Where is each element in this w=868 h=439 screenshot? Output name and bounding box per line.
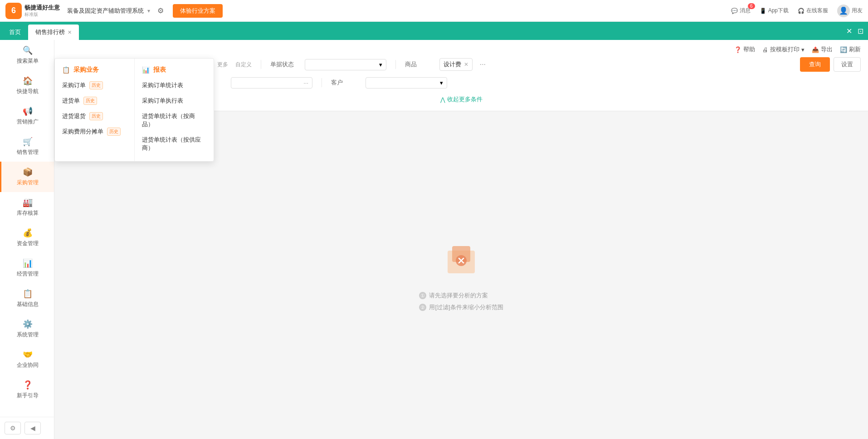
customer-label: 客户 [331,79,358,87]
tab-bar: 首页 销售排行榜 ✕ ✕ ⊡ [0,22,868,40]
purchase-biz-label: 采购业务 [73,66,99,74]
sidebar-item-sales[interactable]: 🛒 销售管理 [0,131,54,162]
guide-icon: ❓ [23,380,33,390]
reports-label: 报表 [153,66,166,74]
tip-num-2: ② [419,304,426,311]
logo-sub: 标准版 [24,11,60,17]
sidebar-item-search[interactable]: 🔍 搜索菜单 [0,40,54,70]
goods-tag: 设计费 ✕ [439,58,473,71]
sidebar-item-marketing-label: 营销推广 [17,118,39,126]
incoming-stats-supplier-label: 进货单统计表（按供应商） [142,136,207,152]
dropdown-item-purchase-expense[interactable]: 采购费用分摊单 历史 [55,124,134,139]
system-title: 装备及固定资产辅助管理系统 ▾ ⚙ 体验行业方案 [67,4,731,18]
app-download-item[interactable]: 📱 App下载 [760,7,789,15]
customer-select[interactable]: ▾ [366,77,447,89]
incoming-label: 进货单 [62,97,80,105]
logo-main: 畅捷通好生意 [24,4,60,12]
sidebar-item-enterprise[interactable]: 🤝 企业协同 [0,344,54,375]
tab-bar-actions: ✕ ⊡ [846,27,863,35]
dropdown-item-incoming[interactable]: 进货单 历史 [55,93,134,109]
sidebar-item-purchase[interactable]: 📦 采购管理 [0,162,54,192]
refresh-btn[interactable]: 🔄 刷新 [840,45,861,54]
export-icon: 📤 [812,46,819,53]
status-dropdown-icon: ▾ [379,61,382,68]
sidebar-item-sales-label: 销售管理 [17,148,39,156]
export-btn[interactable]: 📤 导出 [812,45,833,54]
main-layout: 🔍 搜索菜单 🏠 快捷导航 📢 营销推广 🛒 销售管理 📦 采购管理 🏭 库存核… [0,40,868,439]
purchase-dropdown-menu: 📋 采购业务 采购订单 历史 进货单 历史 进货退货 历史 采购费用分摊单 [54,58,214,162]
dropdown-item-incoming-stats-supplier[interactable]: 进货单统计表（按供应商） [135,132,214,156]
incoming-hist-badge: 历史 [83,97,97,105]
tip-text-1: 请先选择要分析的方案 [429,290,488,301]
message-icon-item[interactable]: 💬 消息 6 [731,7,751,15]
tab-close-icon[interactable]: ✕ [68,30,72,35]
sidebar-collapse-btn[interactable]: ◀ [24,422,41,434]
content-wrapper: 📋 采购业务 采购订单 历史 进货单 历史 进货退货 历史 采购费用分摊单 [54,40,868,439]
user-item[interactable]: 👤 用友 [837,5,863,17]
sidebar-item-system[interactable]: ⚙️ 系统管理 [0,314,54,344]
user-label: 用友 [852,7,863,15]
divider2 [395,60,396,69]
query-button[interactable]: 查询 [800,57,830,72]
operations-icon: 📊 [23,258,33,268]
enterprise-icon: 🤝 [23,350,33,360]
sidebar-bottom: ⚙ ◀ [0,417,54,439]
customer-dropdown-icon: ▾ [440,79,443,86]
trial-button[interactable]: 体验行业方案 [173,4,223,18]
dropdown-item-purchase-order[interactable]: 采购订单 历史 [55,78,134,93]
print-dropdown-icon[interactable]: ▾ [801,46,805,53]
sidebar-item-marketing[interactable]: 📢 营销推广 [0,101,54,131]
incoming-stats-goods-label: 进货单统计表（按商品） [142,112,207,128]
headset-icon: 🎧 [798,8,805,14]
sidebar-item-quick-nav[interactable]: 🏠 快捷导航 [0,70,54,101]
print-label: 按模板打印 [770,45,800,54]
tab-home[interactable]: 首页 [2,25,28,40]
message-badge: 6 [748,3,755,9]
message-icon: 💬 [731,8,738,14]
sidebar-item-base-info[interactable]: 📋 基础信息 [0,283,54,314]
empty-tip-2: ② 用[过滤]条件来缩小分析范围 [419,301,503,313]
purchase-expense-hist-badge: 历史 [107,128,121,136]
tab-sales-rank-label: 销售排行榜 [35,28,65,36]
date-custom[interactable]: 自定义 [235,61,252,69]
system-settings-icon[interactable]: ⚙ [157,6,164,15]
sales-icon: 🛒 [23,137,33,147]
collapse-button[interactable]: ⋀ 收起更多条件 [439,94,484,105]
date-more[interactable]: 更多 [217,61,228,69]
dropdown-item-return[interactable]: 进货退货 历史 [55,109,134,124]
empty-tips: ① 请先选择要分析的方案 ② 用[过滤]条件来缩小分析范围 [419,290,503,313]
purchase-icon: 📦 [23,167,33,177]
sidebar-item-guide[interactable]: ❓ 新手引导 [0,375,54,405]
sidebar-item-funds-label: 资金管理 [17,240,39,247]
settings-button[interactable]: 设置 [834,57,861,72]
sidebar-item-operations[interactable]: 📊 经营管理 [0,253,54,283]
dropdown-item-order-stats[interactable]: 采购订单统计表 [135,78,214,93]
sidebar-item-funds[interactable]: 💰 资金管理 [0,222,54,253]
dropdown-col-purchase: 📋 采购业务 采购订单 历史 进货单 历史 进货退货 历史 采购费用分摊单 [55,59,134,161]
goods-tag-close[interactable]: ✕ [464,61,468,68]
dropdown-item-order-exec[interactable]: 采购订单执行表 [135,93,214,109]
tab-sales-rank[interactable]: 销售排行榜 ✕ [28,25,79,40]
inventory-icon: 🏭 [23,197,33,207]
online-service-item[interactable]: 🎧 在线客服 [798,7,828,15]
sidebar: 🔍 搜索菜单 🏠 快捷导航 📢 营销推广 🛒 销售管理 📦 采购管理 🏭 库存核… [0,40,54,439]
dropdown-item-incoming-stats-goods[interactable]: 进货单统计表（按商品） [135,109,214,132]
sidebar-settings-btn[interactable]: ⚙ [5,422,21,434]
logo-icon: 6 [5,3,22,19]
tab-close-all-icon[interactable]: ✕ [846,27,852,35]
goods-more-dots[interactable]: ··· [480,60,486,69]
funds-icon: 💰 [23,228,33,238]
help-btn[interactable]: ❓ 帮助 [734,45,755,54]
status-select[interactable]: ▾ [305,59,386,70]
salesperson-more-dots[interactable]: ··· [303,79,308,86]
collapse-icon: ⋀ [440,96,445,103]
salesperson-select[interactable]: ··· [231,77,312,89]
print-btn[interactable]: 🖨 按模板打印 ▾ [762,45,805,54]
dropdown-col-reports: 📊 报表 采购订单统计表 采购订单执行表 进货单统计表（按商品） 进货单统计表（… [134,59,214,161]
system-title-dropdown[interactable]: ▾ [147,8,150,14]
phone-icon: 📱 [760,8,766,14]
online-service-label: 在线客服 [806,7,828,15]
sidebar-item-inventory[interactable]: 🏭 库存核算 [0,192,54,222]
empty-tip-1: ① 请先选择要分析的方案 [419,290,503,301]
tab-fullscreen-icon[interactable]: ⊡ [858,27,863,35]
